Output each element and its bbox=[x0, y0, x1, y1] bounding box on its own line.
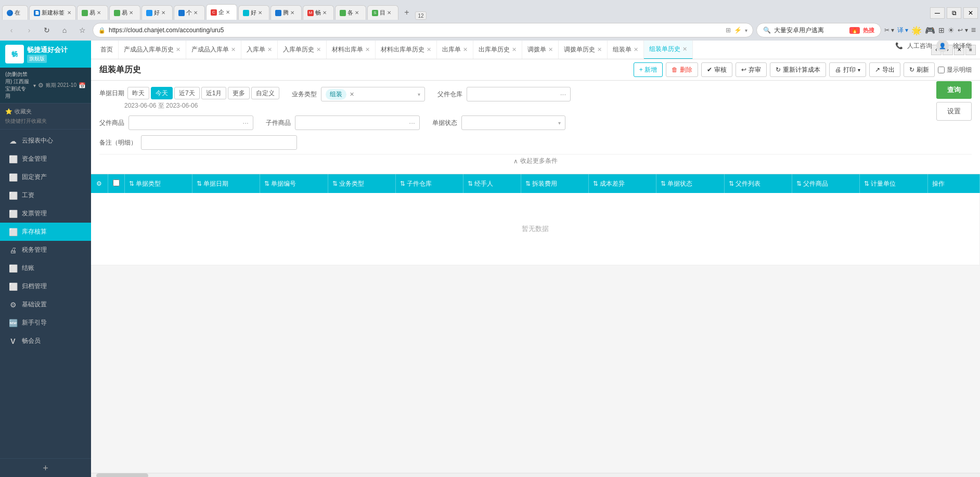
sidebar-item-inventory[interactable]: ⬜ 库存核算 bbox=[0, 223, 91, 241]
biz-type-dropdown[interactable]: ▾ bbox=[418, 92, 420, 97]
th-handler[interactable]: ⇅经手人 bbox=[463, 174, 521, 193]
tab-close[interactable]: ✕ bbox=[226, 9, 230, 15]
tab-close[interactable]: ✕ bbox=[67, 10, 71, 16]
th-doc-status[interactable]: ⇅单据状态 bbox=[656, 174, 724, 193]
tab-transfer-history[interactable]: 调拨单历史 ✕ bbox=[559, 41, 608, 59]
tab-production-in[interactable]: 产成品入库单 ✕ bbox=[186, 41, 241, 59]
address-bar[interactable]: 🔒 https://cloud.chanjet.com/accounting/u… bbox=[93, 23, 753, 37]
date-1month[interactable]: 近1月 bbox=[201, 87, 227, 99]
new-btn[interactable]: + 新增 bbox=[634, 62, 663, 77]
tab-close[interactable]: ✕ bbox=[387, 10, 391, 16]
th-biz-type[interactable]: ⇅业务类型 bbox=[328, 174, 395, 193]
sidebar-item-archive[interactable]: ⬜ 归档管理 bbox=[0, 277, 91, 295]
th-parent-list[interactable]: ⇅父件列表 bbox=[724, 174, 792, 193]
dotdotdot-1[interactable]: ··· bbox=[560, 90, 566, 98]
browser-tab-2[interactable]: 📄 新建标签 ✕ bbox=[29, 5, 76, 20]
date-7days[interactable]: 近7天 bbox=[174, 87, 200, 99]
nav-home[interactable]: ⌂ bbox=[57, 23, 72, 37]
tab-close[interactable]: ✕ bbox=[323, 10, 327, 16]
tab-close-icon[interactable]: ✕ bbox=[267, 46, 272, 53]
sidebar-item-member[interactable]: V 畅会员 bbox=[0, 332, 91, 350]
tab-transfer[interactable]: 调拨单 ✕ bbox=[522, 41, 559, 59]
th-disassembly-fee[interactable]: ⇅拆装费用 bbox=[521, 174, 588, 193]
browser-tab-6[interactable]: 个 ✕ bbox=[174, 5, 205, 20]
browser-tab-11[interactable]: 各 ✕ bbox=[335, 5, 366, 20]
collapse-btn[interactable]: ∧ 收起更多条件 bbox=[99, 154, 972, 167]
sidebar-item-guide[interactable]: 🆕 新手引导 bbox=[0, 314, 91, 332]
tab-close-icon[interactable]: ✕ bbox=[316, 46, 321, 53]
tab-close-icon[interactable]: ✕ bbox=[634, 46, 638, 53]
toolbar-grid[interactable]: ⊞ bbox=[938, 26, 945, 34]
child-goods-input[interactable]: ··· bbox=[295, 115, 420, 130]
print-dropdown[interactable]: ▾ bbox=[858, 67, 860, 73]
th-child-warehouse[interactable]: ⇅子件仓库 bbox=[395, 174, 463, 193]
tab-home[interactable]: 首页 bbox=[95, 41, 119, 59]
audit-btn[interactable]: ✔ 审核 bbox=[701, 62, 732, 77]
bookmarks-shortcut[interactable]: 快捷键打开收藏夹 bbox=[5, 115, 86, 125]
nav-back[interactable]: ‹ bbox=[4, 23, 19, 37]
tab-material-out[interactable]: 材料出库单 ✕ bbox=[327, 41, 376, 59]
tab-out-order[interactable]: 出库单 ✕ bbox=[437, 41, 473, 59]
address-dropdown[interactable]: ▾ bbox=[745, 28, 747, 33]
parent-goods-input[interactable]: ··· bbox=[128, 115, 253, 130]
browser-tab-7[interactable]: C 企 ✕ bbox=[206, 4, 237, 20]
calendar-icon[interactable]: 📅 bbox=[79, 82, 86, 89]
browser-tab-4[interactable]: 易 ✕ bbox=[109, 5, 140, 20]
th-doc-no[interactable]: ⇅单据编号 bbox=[260, 174, 328, 193]
sidebar-add-btn[interactable]: + bbox=[0, 458, 91, 477]
tab-in-order[interactable]: 入库单 ✕ bbox=[241, 41, 278, 59]
date-custom[interactable]: 自定义 bbox=[251, 87, 279, 99]
dotdotdot-3[interactable]: ··· bbox=[409, 119, 415, 127]
tab-close-icon[interactable]: ✕ bbox=[176, 46, 180, 53]
toolbar-translate[interactable]: 译 ▾ bbox=[897, 26, 908, 35]
tab-close-icon[interactable]: ✕ bbox=[597, 46, 602, 53]
settings-icon[interactable]: ⚙ bbox=[38, 82, 44, 89]
tab-in-order-history[interactable]: 入库单历史 ✕ bbox=[278, 41, 327, 59]
tab-out-order-history[interactable]: 出库单历史 ✕ bbox=[473, 41, 522, 59]
sidebar-item-payroll[interactable]: ⬜ 工资 bbox=[0, 186, 91, 204]
toolbar-menu[interactable]: ≡ bbox=[971, 25, 976, 35]
recalc-btn[interactable]: ↻ 重新计算成本 bbox=[770, 62, 826, 77]
select-all-checkbox[interactable] bbox=[113, 179, 120, 186]
window-minimize[interactable]: ─ bbox=[930, 7, 945, 19]
tab-close[interactable]: ✕ bbox=[97, 10, 101, 16]
nav-refresh[interactable]: ↻ bbox=[40, 23, 54, 37]
date-yesterday[interactable]: 昨天 bbox=[127, 87, 149, 99]
tab-close-icon[interactable]: ✕ bbox=[231, 46, 236, 53]
toolbar-emoji[interactable]: 🌟 bbox=[911, 25, 922, 35]
delete-btn[interactable]: 🗑 删除 bbox=[666, 62, 698, 77]
nav-bookmark[interactable]: ☆ bbox=[75, 23, 89, 37]
window-close[interactable]: ✕ bbox=[963, 7, 978, 19]
settings-filter-btn[interactable]: 设置 bbox=[936, 102, 972, 121]
th-parent-goods[interactable]: ⇅父件商品 bbox=[792, 174, 859, 193]
refresh-btn[interactable]: ↻ 刷新 bbox=[904, 62, 935, 77]
biz-type-tag-close[interactable]: ✕ bbox=[350, 91, 354, 98]
browser-tab-12[interactable]: S 目 ✕ bbox=[367, 5, 398, 20]
show-details-input[interactable] bbox=[938, 67, 945, 73]
th-cost-diff[interactable]: ⇅成本差异 bbox=[588, 174, 656, 193]
date-today[interactable]: 今天 bbox=[151, 87, 173, 99]
tab-close[interactable]: ✕ bbox=[129, 10, 133, 16]
browser-tab-3[interactable]: 易 ✕ bbox=[77, 5, 108, 20]
parent-warehouse-input[interactable]: ··· bbox=[467, 87, 571, 101]
sidebar-item-fixed-assets[interactable]: ⬜ 固定资产 bbox=[0, 168, 91, 186]
browser-tab-1[interactable]: 🔵 在 bbox=[2, 5, 28, 20]
browser-tab-8[interactable]: 好 ✕ bbox=[238, 5, 269, 20]
date-more[interactable]: 更多 bbox=[228, 87, 250, 99]
boost-icon[interactable]: ⚡ bbox=[734, 27, 742, 34]
sidebar-item-settings[interactable]: ⚙ 基础设置 bbox=[0, 295, 91, 314]
new-tab-button[interactable]: + bbox=[399, 5, 414, 20]
tab-material-out-history[interactable]: 材料出库单历史 ✕ bbox=[376, 41, 437, 59]
toolbar-scissors[interactable]: ✂ ▾ bbox=[884, 27, 894, 34]
tab-assembly-history[interactable]: 组装单历史 ✕ bbox=[644, 41, 693, 59]
tab-close-icon[interactable]: ✕ bbox=[463, 46, 468, 53]
notes-input[interactable] bbox=[141, 135, 297, 150]
browser-tab-9[interactable]: 腾 ✕ bbox=[270, 5, 302, 20]
support-label[interactable]: 人工咨询 bbox=[907, 42, 932, 50]
tab-close[interactable]: ✕ bbox=[258, 10, 262, 16]
tab-close-icon[interactable]: ✕ bbox=[682, 46, 687, 53]
toolbar-undo[interactable]: ↩ ▾ bbox=[958, 27, 968, 34]
toolbar-game[interactable]: 🎮 bbox=[925, 25, 935, 35]
dotdotdot-2[interactable]: ··· bbox=[242, 119, 249, 127]
abandon-btn[interactable]: ↩ 弃审 bbox=[736, 62, 767, 77]
